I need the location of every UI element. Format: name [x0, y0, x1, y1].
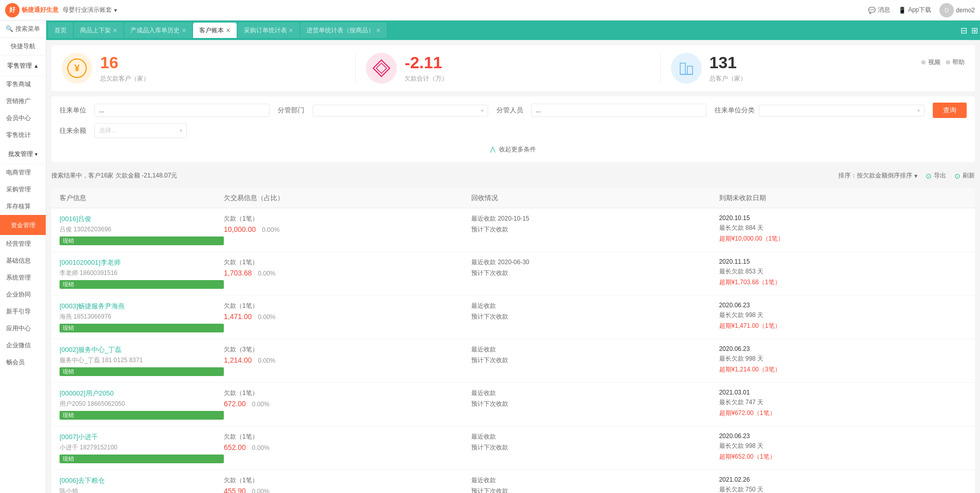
customer-tag-3: 现销 [60, 324, 224, 332]
debt-percent-5: 0.00% [252, 401, 270, 408]
stat-debt-customers-content: 16 总欠款客户（家） [100, 53, 149, 83]
search-button[interactable]: 查询 [933, 103, 967, 118]
next-payment-7: 预计下次收款 [471, 487, 719, 493]
tab-purchase-stats-close[interactable]: × [289, 27, 293, 34]
svg-marker-3 [376, 63, 387, 73]
collapse-button[interactable]: ⋀ 收起更多条件 [60, 143, 967, 156]
diamond-icon [366, 53, 397, 84]
quick-nav[interactable]: 快捷导航 [0, 38, 46, 55]
brand-name: 畅捷通好生意 [22, 6, 59, 14]
sort-button[interactable]: 排序：按欠款金额倒序排序 ▾ [838, 171, 917, 180]
tab-product-history-close[interactable]: × [182, 27, 186, 34]
overdue-days-5: 最长欠款 747 天 [719, 398, 967, 407]
manager-dots: ... [536, 107, 541, 114]
sidebar-item-retail-manage[interactable]: 零售管理 ▲ [0, 55, 46, 76]
tab-customer-account[interactable]: 客户账本 × [193, 23, 236, 38]
customer-name-5[interactable]: [000002]用户2050 [60, 389, 224, 398]
dept-select[interactable]: ▾ [313, 105, 488, 116]
tab-maximize-icon[interactable]: ⊞ [971, 26, 978, 35]
tab-purchase-list-close[interactable]: × [376, 27, 380, 34]
tab-product-history[interactable]: 产成品入库单历史 × [124, 23, 192, 38]
app-download-button[interactable]: 📱 App下载 [898, 6, 931, 14]
industry-selector[interactable]: 母婴行业演示账套 ▾ [63, 6, 117, 14]
tab-minimize-icon[interactable]: ⊟ [960, 26, 967, 35]
tab-purchase-stats[interactable]: 采购订单统计表 × [238, 23, 299, 38]
filter-dept: 分管部门 ▾ [278, 105, 488, 116]
sidebar-item-member[interactable]: 会员中心 [0, 110, 46, 127]
vip-label: 畅会员 [6, 359, 25, 366]
app-center-label: 应用中心 [6, 325, 31, 332]
tab-customer-account-close[interactable]: × [226, 27, 230, 34]
manager-input[interactable]: ... [531, 104, 706, 117]
table-row: [000002]用户2050 用户2050 18665062050 现销 欠款（… [51, 383, 975, 426]
debt-amount-3: 1,471.00 [224, 312, 252, 321]
user-menu[interactable]: D demo2 [939, 3, 975, 17]
sidebar-item-app-center[interactable]: 应用中心 [0, 320, 46, 337]
sidebar-item-system[interactable]: 系统管理 [0, 269, 46, 286]
sidebar-item-operations[interactable]: 经营管理 [0, 235, 46, 252]
export-label: 导出 [934, 171, 946, 180]
video-button[interactable]: ⊙ 视频 [921, 58, 940, 67]
next-payment-3: 预计下次收款 [471, 312, 719, 321]
refresh-button[interactable]: ⊙ 刷新 [954, 171, 975, 180]
customer-sub-1: 吕俊 13026203696 [60, 225, 224, 234]
sidebar-item-marketing[interactable]: 营销推广 [0, 93, 46, 110]
tab-products-off[interactable]: 商品上下架 × [74, 23, 123, 38]
sidebar-item-ecommerce[interactable]: 电商管理 [0, 164, 46, 181]
batch-manage-arrow-icon: ▾ [35, 151, 37, 157]
customer-name-6[interactable]: [0007]小进千 [60, 432, 224, 442]
sidebar-item-inventory[interactable]: 库存核算 [0, 198, 46, 215]
export-button[interactable]: ⊙ 导出 [926, 171, 946, 180]
sidebar-item-retail-stats[interactable]: 零售统计 [0, 127, 46, 144]
tab-purchase-list-label: 进货单统计表（按商品） [306, 26, 374, 35]
avatar-initials: D [945, 7, 949, 13]
tab-bar: 首页 商品上下架 × 产成品入库单历史 × 客户账本 × 采购订单统计表 × [46, 21, 980, 40]
refresh-label: 刷新 [963, 171, 975, 180]
customer-name-2[interactable]: [0001020001]李老师 [60, 258, 224, 267]
debt-info-4: 欠款（3笔） 1,214.00 0.00% [224, 345, 471, 376]
tab-products-off-close[interactable]: × [113, 27, 117, 34]
sidebar-item-purchase[interactable]: 采购管理 [0, 181, 46, 198]
help-button[interactable]: ⊙ 帮助 [946, 58, 965, 67]
customer-name-1[interactable]: [0016]吕俊 [60, 214, 224, 224]
username-label: demo2 [956, 7, 975, 14]
customer-info-3: [0003]畅捷服务尹海燕 海燕 18513066976 现销 [60, 302, 224, 332]
next-payment-4: 预计下次收款 [471, 356, 719, 365]
table-row: [0002]服务中心_丁磊 服务中心_丁磊 181 0125 8371 现销 欠… [51, 339, 975, 383]
balance-placeholder: 选择... [99, 126, 117, 135]
debt-amount-row-1: 10,000.00 0.00% [224, 225, 471, 233]
sidebar-item-vip[interactable]: 畅会员 [0, 354, 46, 371]
unit-category-select[interactable]: ▾ [759, 105, 925, 116]
sidebar-item-wechat[interactable]: 企业微信 [0, 337, 46, 354]
next-payment-6: 预计下次收款 [471, 443, 719, 452]
customer-name-3[interactable]: [0003]畅捷服务尹海燕 [60, 302, 224, 311]
dept-arrow-icon: ▾ [481, 108, 484, 113]
sidebar-search[interactable]: 🔍 搜索菜单 [0, 21, 46, 38]
message-button[interactable]: 💬 消息 [868, 6, 890, 14]
sidebar-item-guide[interactable]: 新手引导 [0, 303, 46, 320]
customer-name-7[interactable]: [0006]去下粮仓 [60, 476, 224, 485]
customer-tag-6: 现销 [60, 455, 224, 463]
overdue-info-6: 2020.06.23 最长欠款 998 天 超期¥652.00（1笔） [719, 432, 967, 463]
wechat-label: 企业微信 [6, 342, 31, 349]
sidebar-item-retail-mall[interactable]: 零售商城 [0, 76, 46, 93]
tab-home[interactable]: 首页 [48, 23, 73, 38]
overdue-days-2: 最长欠款 853 天 [719, 267, 967, 276]
customer-name-4[interactable]: [0002]服务中心_丁磊 [60, 345, 224, 354]
tab-purchase-list[interactable]: 进货单统计表（按商品） × [300, 23, 387, 38]
balance-select[interactable]: 选择... ▾ [94, 123, 187, 138]
sidebar-item-enterprise[interactable]: 企业协同 [0, 286, 46, 303]
overdue-days-4: 最长欠款 998 天 [719, 354, 967, 363]
overdue-info-2: 2020.11.15 最长欠款 853 天 超期¥1,703.68（1笔） [719, 258, 967, 289]
debt-amount-7: 455.90 [224, 487, 246, 493]
table-row: [0003]畅捷服务尹海燕 海燕 18513066976 现销 欠款（1笔） 1… [51, 295, 975, 339]
col-overdue: 到期未收款日期 [719, 193, 967, 203]
source-unit-input[interactable]: ... [94, 104, 270, 117]
overdue-date-2: 2020.11.15 [719, 258, 967, 265]
data-table: 客户信息 欠交易信息（占比） 回收情况 到期未收款日期 [0016]吕俊 吕俊 … [51, 188, 975, 493]
last-payment-4: 最近收款 [471, 345, 719, 354]
overdue-detail-3: 超期¥1,471.00（1笔） [719, 322, 967, 330]
sidebar-item-finance[interactable]: 资金管理 [0, 215, 46, 235]
sidebar-item-basic-info[interactable]: 基础信息 [0, 252, 46, 269]
sidebar-item-batch-manage[interactable]: 批发管理 ▾ [0, 144, 46, 164]
